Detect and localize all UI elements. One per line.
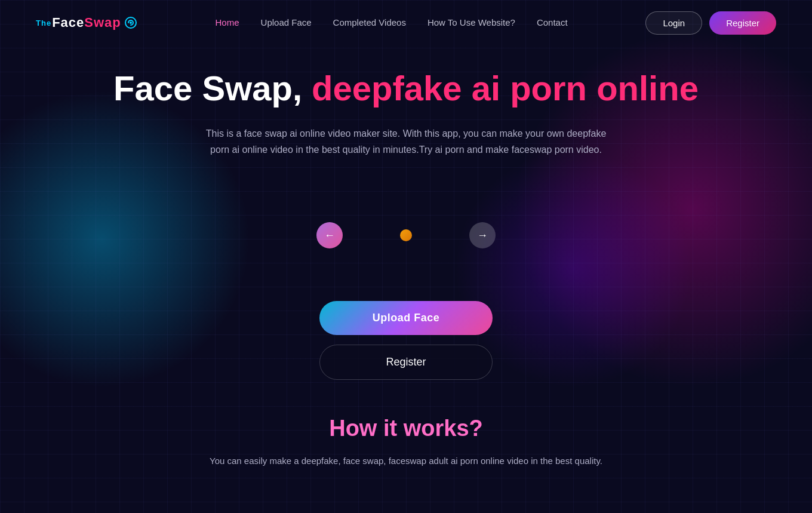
register-button[interactable]: Register: [709, 11, 776, 35]
carousel-prev-button[interactable]: ←: [316, 222, 343, 248]
hero-section: Face Swap, deepfake ai porn online This …: [0, 45, 812, 289]
nav-link-upload-face[interactable]: Upload Face: [261, 17, 312, 27]
navbar: TheFaceSwap Home Upload Face Completed V…: [0, 0, 812, 45]
how-it-works-section: How it works? You can easily make a deep…: [0, 416, 812, 493]
logo-swap: Swap: [84, 15, 121, 30]
login-button[interactable]: Login: [645, 11, 702, 35]
svg-point-1: [130, 21, 132, 24]
logo-face: Face: [52, 15, 84, 30]
nav-buttons: Login Register: [645, 11, 776, 35]
cta-area: Upload Face Register: [0, 301, 812, 380]
logo-the: The: [36, 19, 51, 27]
logo: TheFaceSwap: [36, 15, 137, 30]
how-it-works-description: You can easily make a deepfake, face swa…: [182, 453, 630, 469]
carousel-area: ← →: [0, 182, 812, 289]
hero-subtitle: This is a face swap ai online video make…: [203, 125, 609, 158]
hero-title-part1: Face Swap,: [113, 69, 312, 107]
nav-link-how-to-use[interactable]: How To Use Website?: [427, 17, 515, 27]
nav-link-home[interactable]: Home: [216, 17, 239, 27]
hero-title-part2: deepfake ai porn online: [312, 69, 699, 107]
register-main-button[interactable]: Register: [319, 345, 493, 380]
how-it-works-title: How it works?: [36, 416, 776, 441]
logo-icon: [124, 16, 137, 29]
nav-link-contact[interactable]: Contact: [537, 17, 568, 27]
hero-title: Face Swap, deepfake ai porn online: [0, 69, 812, 107]
carousel-next-button[interactable]: →: [469, 222, 496, 248]
carousel-center-dot: [400, 229, 412, 241]
nav-link-completed-videos[interactable]: Completed Videos: [333, 17, 406, 27]
upload-face-button[interactable]: Upload Face: [319, 301, 493, 335]
nav-links: Home Upload Face Completed Videos How To…: [216, 17, 568, 28]
